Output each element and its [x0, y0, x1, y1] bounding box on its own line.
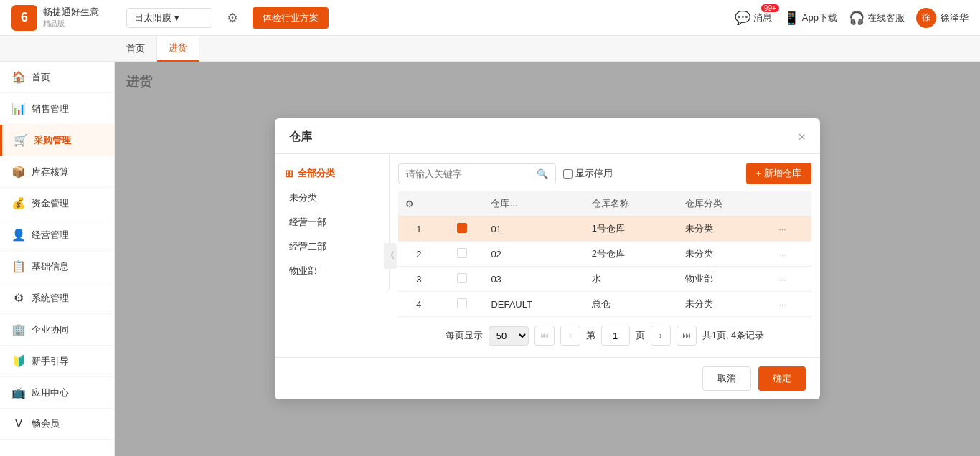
header-right: 💬 消息 99+ 📱 App下载 🎧 在线客服 徐 徐泽华	[735, 8, 969, 28]
row-checkbox[interactable]	[440, 242, 484, 267]
table-row[interactable]: 1 01 1号仓库 未分类 ···	[398, 217, 811, 242]
sidebar-item-app-center[interactable]: 📺 应用中心	[0, 377, 114, 409]
content-area: 进货 仓库 × ⊞ 全部分类	[115, 62, 980, 456]
cancel-button[interactable]: 取消	[702, 366, 751, 391]
chevron-down-icon: ▾	[174, 12, 179, 23]
col-code: 仓库...	[484, 191, 584, 217]
sidebar-item-home[interactable]: 🏠 首页	[0, 62, 114, 93]
sidebar-item-enterprise[interactable]: 🏢 企业协同	[0, 314, 114, 346]
row-name: 1号仓库	[585, 217, 678, 242]
row-category: 未分类	[678, 242, 771, 267]
sidebar-item-member[interactable]: V 畅会员	[0, 409, 114, 440]
row-code: 02	[484, 242, 584, 267]
next-page-btn[interactable]: ›	[651, 326, 671, 346]
sidebar-item-system[interactable]: ⚙ 系统管理	[0, 282, 114, 314]
modal-title: 仓库	[289, 130, 312, 145]
sidebar-item-sales[interactable]: 📊 销售管理	[0, 93, 114, 125]
operation-icon: 👤	[11, 228, 26, 242]
inventory-icon: 📦	[11, 165, 26, 179]
customer-service-area[interactable]: 🎧 在线客服	[849, 10, 905, 26]
first-page-btn[interactable]: ⏮	[534, 326, 555, 346]
logo-text: 畅捷通好生意 精品版	[43, 6, 99, 29]
category-item-op2[interactable]: 经营二部	[275, 234, 389, 259]
row-name: 总仓	[585, 292, 678, 317]
search-icon[interactable]: 🔍	[537, 168, 548, 179]
member-icon: V	[11, 417, 26, 430]
search-input[interactable]	[406, 168, 532, 179]
tab-home[interactable]: 首页	[115, 36, 157, 62]
sidebar-item-inventory[interactable]: 📦 库存核算	[0, 156, 114, 188]
last-page-btn[interactable]: ⏭	[677, 326, 697, 346]
logo-icon: 6	[11, 5, 37, 31]
basic-info-icon: 📋	[11, 260, 26, 273]
per-page-select[interactable]: 50 100	[489, 326, 529, 346]
category-item-unclassified[interactable]: 未分类	[275, 186, 389, 210]
prev-page-btn[interactable]: ‹	[560, 326, 580, 346]
show-disabled-label[interactable]: 显示停用	[563, 167, 613, 180]
table-row[interactable]: 4 DEFAULT 总仓 未分类 ···	[398, 292, 811, 317]
message-badge: 99+	[761, 4, 779, 12]
row-checkbox[interactable]	[440, 267, 484, 292]
sidebar-item-finance[interactable]: 💰 资金管理	[0, 188, 114, 219]
settings-button[interactable]: ⚙	[221, 6, 244, 29]
row-code: 03	[484, 267, 584, 292]
header-mid: 日太阳膜 ▾ ⚙ 体验行业方案	[126, 6, 735, 29]
table-row[interactable]: 3 03 水 物业部 ···	[398, 267, 811, 292]
pagination: 每页显示 50 100 ⏮ ‹ 第 页 › ⏭ 共	[398, 317, 811, 348]
row-num: 3	[398, 267, 440, 292]
sidebar-item-basic-info[interactable]: 📋 基础信息	[0, 251, 114, 282]
toolbar: 🔍 显示停用 + 新增仓库	[398, 163, 811, 184]
col-category: 仓库分类	[678, 191, 771, 217]
modal-footer: 取消 确定	[275, 357, 820, 399]
modal-body: ⊞ 全部分类 未分类 经营一部 经营二部 物业部 《	[275, 154, 820, 357]
col-actions	[771, 191, 811, 217]
guide-icon: 🔰	[11, 354, 26, 368]
user-area[interactable]: 徐 徐泽华	[916, 8, 969, 28]
sidebar-item-operation[interactable]: 👤 经营管理	[0, 219, 114, 251]
sidebar: 🏠 首页 📊 销售管理 🛒 采购管理 📦 库存核算 💰 资金管理 👤 经营管理 …	[0, 62, 115, 456]
avatar: 徐	[916, 8, 936, 28]
app-download-area[interactable]: 📱 App下载	[783, 10, 837, 26]
search-box: 🔍	[398, 163, 556, 184]
row-category: 物业部	[678, 267, 771, 292]
row-category: 未分类	[678, 292, 771, 317]
category-panel: ⊞ 全部分类 未分类 经营一部 经营二部 物业部	[275, 154, 390, 290]
category-all[interactable]: ⊞ 全部分类	[275, 161, 389, 186]
nav-tabs: 首页 进货	[0, 36, 980, 62]
category-item-op1[interactable]: 经营一部	[275, 210, 389, 234]
show-disabled-checkbox[interactable]	[563, 169, 573, 179]
row-more[interactable]: ···	[771, 292, 811, 317]
page-input[interactable]	[601, 326, 630, 346]
row-checkbox[interactable]	[440, 217, 484, 242]
trial-btn[interactable]: 体验行业方案	[253, 7, 329, 29]
col-check	[440, 191, 484, 217]
enterprise-icon: 🏢	[11, 323, 26, 336]
purchase-icon: 🛒	[14, 133, 28, 147]
row-code: 01	[484, 217, 584, 242]
warehouse-table: ⚙ 仓库... 仓库名称	[398, 191, 811, 317]
tab-purchase[interactable]: 进货	[157, 36, 199, 62]
row-more[interactable]: ···	[771, 267, 811, 292]
messages-area[interactable]: 💬 消息 99+	[735, 10, 772, 26]
add-warehouse-button[interactable]: + 新增仓库	[746, 163, 811, 184]
logo-area: 6 畅捷通好生意 精品版	[11, 5, 126, 31]
table-row[interactable]: 2 02 2号仓库 未分类 ···	[398, 242, 811, 267]
finance-icon: 💰	[11, 196, 26, 210]
row-num: 4	[398, 292, 440, 317]
category-item-property[interactable]: 物业部	[275, 259, 389, 283]
row-more[interactable]: ···	[771, 242, 811, 267]
sidebar-item-guide[interactable]: 🔰 新手引导	[0, 346, 114, 377]
category-wrapper: ⊞ 全部分类 未分类 经营一部 经营二部 物业部 《	[275, 154, 390, 357]
sidebar-item-purchase[interactable]: 🛒 采购管理	[0, 125, 114, 156]
confirm-button[interactable]: 确定	[758, 366, 806, 391]
collapse-btn[interactable]: 《	[384, 243, 397, 269]
row-category: 未分类	[678, 217, 771, 242]
row-num: 2	[398, 242, 440, 267]
close-icon[interactable]: ×	[798, 130, 806, 145]
col-gear: ⚙	[398, 191, 440, 217]
store-selector[interactable]: 日太阳膜 ▾	[126, 8, 212, 28]
row-name: 2号仓库	[585, 242, 678, 267]
row-checkbox[interactable]	[440, 292, 484, 317]
col-name: 仓库名称	[585, 191, 678, 217]
row-more[interactable]: ···	[771, 217, 811, 242]
